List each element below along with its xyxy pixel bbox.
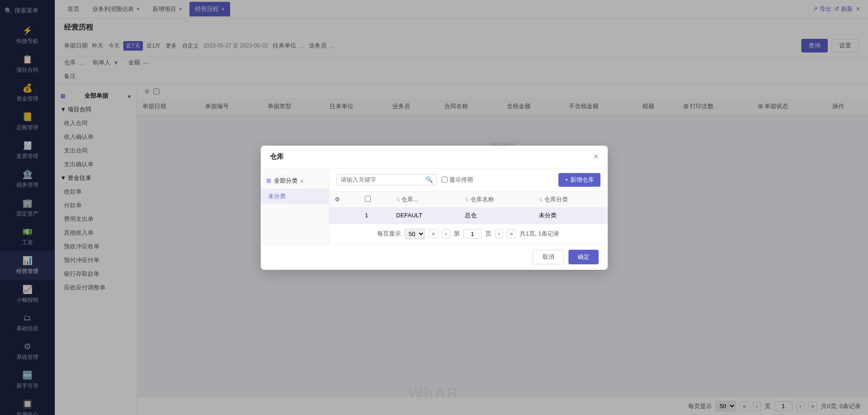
show-disabled-checkbox[interactable] [442,177,447,183]
col-sort-icon2: ⇅ [465,197,468,202]
add-icon: + [565,176,568,183]
modal-right: 🔍 显示停用 + 新增仓库 ⚙ [329,168,608,244]
modal-page-suffix: 页 [485,230,491,238]
modal-prev-btn[interactable]: ‹ [442,229,450,238]
modal-next-btn[interactable]: › [495,229,503,238]
modal-col-gear[interactable]: ⚙ [329,192,360,208]
modal-cancel-button[interactable]: 取消 [533,250,564,264]
modal-last-btn[interactable]: » [507,229,516,238]
modal-left-header: ⊞ 全部分类 « [261,173,329,189]
row-name: 总仓 [459,207,533,223]
add-warehouse-button[interactable]: + 新增仓库 [558,173,600,187]
show-disabled-label[interactable]: 显示停用 [442,176,473,184]
add-label: 新增仓库 [570,176,594,184]
modal-first-btn[interactable]: « [429,229,438,238]
modal-collapse-btn[interactable]: « [300,177,304,184]
modal-close-button[interactable]: × [594,152,599,162]
modal-page-input[interactable] [463,229,482,239]
modal-body: ⊞ 全部分类 « 未分类 🔍 显示停用 [261,168,608,244]
modal-left-nav: ⊞ 全部分类 « 未分类 [261,168,329,244]
warehouse-modal: 仓库 × ⊞ 全部分类 « 未分类 🔍 [261,146,608,270]
col-sort-icon: ⇅ [396,197,400,202]
modal-col-category: ⇅ 仓库分类 [533,192,607,208]
modal-per-page-label: 每页显示 [377,230,401,238]
modal-col-check [359,192,390,208]
modal-header: 仓库 × [261,146,608,168]
row-category: 未分类 [533,207,607,223]
modal-select-all[interactable] [365,196,371,202]
modal-per-page-select[interactable]: 50 [405,229,425,239]
row-seq: 1 [359,207,390,223]
modal-all-icon: ⊞ [266,177,271,184]
modal-left-item-unclassified[interactable]: 未分类 [261,189,329,204]
row-gear [329,207,360,223]
modal-pagination: 每页显示 50 « ‹ 第 页 › » 共1页, 1条记录 [329,224,608,244]
modal-col-code: ⇅ 仓库... [391,192,460,208]
modal-col-name: ⇅ 仓库名称 [459,192,533,208]
modal-table: ⚙ ⇅ 仓库... ⇅ 仓库名称 ⇅ 仓库分类 [329,192,608,224]
modal-search-icon: 🔍 [426,176,433,183]
row-code: DEFAULT [391,207,460,223]
modal-total-info: 共1页, 1条记录 [520,230,559,238]
modal-toolbar: 🔍 显示停用 + 新增仓库 [329,168,608,192]
modal-confirm-button[interactable]: 确定 [568,250,599,264]
modal-search-box: 🔍 [337,174,437,185]
show-disabled-text: 显示停用 [449,176,473,184]
modal-search-input[interactable] [341,176,423,183]
modal-overlay[interactable]: 仓库 × ⊞ 全部分类 « 未分类 🔍 [0,0,868,415]
modal-all-label[interactable]: 全部分类 [274,177,298,185]
modal-table-scroll[interactable]: ⚙ ⇅ 仓库... ⇅ 仓库名称 ⇅ 仓库分类 [329,192,608,224]
modal-title: 仓库 [270,152,284,161]
modal-table-row[interactable]: 1 DEFAULT 总仓 未分类 [329,207,608,223]
col-sort-icon3: ⇅ [539,197,542,202]
modal-footer: 取消 确定 [261,244,608,270]
modal-page-label: 第 [454,230,460,238]
